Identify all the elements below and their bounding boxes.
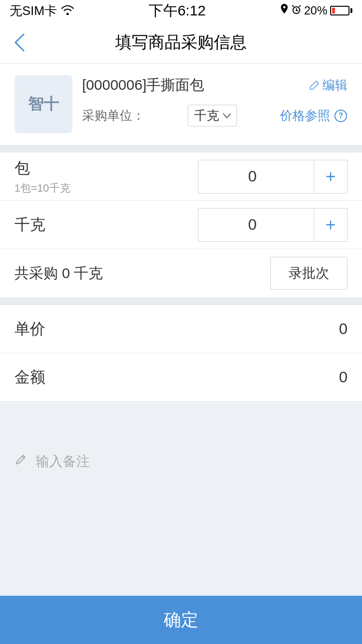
kg-field-group: +	[82, 208, 348, 242]
unit-select[interactable]: 千克	[188, 105, 237, 126]
purchase-unit-row: 采购单位： 千克 价格参照 ?	[82, 105, 348, 126]
kg-quantity-input[interactable]	[198, 208, 314, 242]
note-placeholder: 输入备注	[36, 452, 90, 471]
total-row: 共采购 0 千克 录批次	[0, 249, 362, 297]
alarm-icon	[292, 4, 301, 17]
bao-field-group: +	[82, 160, 348, 194]
kg-main-label: 千克	[14, 214, 82, 236]
amount-label: 金额	[14, 367, 45, 388]
status-left: 无SIM卡	[10, 2, 74, 19]
total-text: 共采购 0 千克	[14, 264, 103, 283]
status-right: 20%	[280, 4, 352, 17]
carrier-text: 无SIM卡	[10, 2, 57, 19]
page-title: 填写商品采购信息	[0, 31, 362, 54]
nav-bar: 填写商品采购信息	[0, 21, 362, 64]
product-image: 智十	[14, 75, 72, 133]
spacer	[0, 521, 362, 596]
amount-row: 金额 0	[0, 353, 362, 402]
confirm-button[interactable]: 确定	[0, 596, 362, 644]
kg-input-row: 千克 +	[0, 201, 362, 249]
bao-plus-button[interactable]: +	[314, 160, 348, 194]
divider-1	[0, 145, 362, 153]
bao-quantity-input[interactable]	[198, 160, 314, 194]
input-section: 包 1包=10千克 + 千克 +	[0, 153, 362, 297]
unit-price-label: 单价	[14, 319, 45, 340]
location-icon	[280, 4, 289, 17]
svg-line-4	[299, 6, 300, 7]
note-section[interactable]: 输入备注	[0, 402, 362, 521]
price-info-section: 单价 0 金额 0	[0, 305, 362, 402]
divider-2	[0, 297, 362, 305]
svg-line-3	[292, 6, 293, 7]
back-button[interactable]	[0, 21, 39, 64]
amount-value: 0	[339, 368, 348, 386]
bao-input-row: 包 1包=10千克 +	[0, 153, 362, 201]
product-info: [0000006]手撕面包 编辑 采购单位： 千克 价格参照	[82, 75, 348, 126]
bao-label: 包 1包=10千克	[14, 158, 82, 196]
product-name-row: [0000006]手撕面包 编辑	[82, 75, 348, 95]
price-reference-button[interactable]: 价格参照 ?	[280, 107, 348, 124]
bao-sub-label: 1包=10千克	[14, 181, 82, 196]
wifi-icon	[61, 3, 74, 18]
product-card: 智十 [0000006]手撕面包 编辑 采购单位： 千克	[0, 64, 362, 145]
svg-text:?: ?	[338, 112, 343, 120]
status-time: 下午6:12	[149, 1, 206, 21]
product-image-text: 智十	[28, 94, 59, 115]
kg-plus-button[interactable]: +	[314, 208, 348, 242]
batch-button[interactable]: 录批次	[270, 257, 348, 290]
unit-price-row: 单价 0	[0, 305, 362, 353]
content-body: 智十 [0000006]手撕面包 编辑 采购单位： 千克	[0, 64, 362, 596]
unit-price-value: 0	[339, 320, 348, 338]
battery-percent: 20%	[304, 4, 327, 17]
kg-label: 千克	[14, 214, 82, 236]
status-bar: 无SIM卡 下午6:12 20%	[0, 0, 362, 21]
edit-button[interactable]: 编辑	[309, 77, 348, 94]
battery-icon	[330, 6, 352, 15]
product-name: [0000006]手撕面包	[82, 75, 204, 95]
unit-label: 采购单位：	[82, 107, 145, 124]
bao-main-label: 包	[14, 158, 82, 179]
pencil-icon	[14, 453, 28, 470]
